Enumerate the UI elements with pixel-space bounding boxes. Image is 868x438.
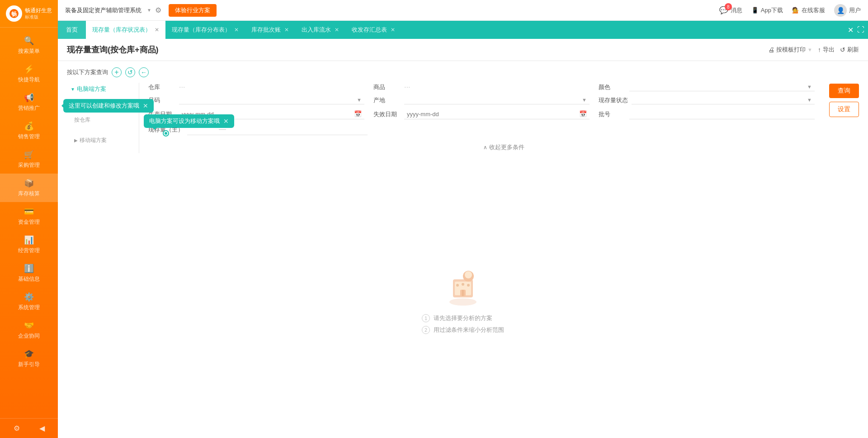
tab-summary[interactable]: 收发存汇总表 ✕: [345, 21, 401, 39]
filter-back-btn[interactable]: ←: [139, 67, 149, 77]
filter-collapse-btn[interactable]: ∧ 收起更多条件: [483, 143, 524, 151]
exp-date-input[interactable]: [407, 111, 579, 118]
exp-date-calendar-icon[interactable]: 📅: [579, 110, 587, 118]
empty-step1-text: 请先选择要分析的方案: [434, 314, 492, 322]
user-btn[interactable]: 👤 用户: [834, 4, 861, 17]
inventory-icon: 📦: [24, 178, 34, 188]
purchase-icon: 🛒: [24, 150, 34, 160]
scheme-mobile-label: 移动端方案: [80, 137, 107, 144]
filter-field-warehouse: 仓库 ···: [148, 83, 364, 91]
sidebar-item-guide[interactable]: 🎓 新手引导: [0, 344, 58, 373]
settings-bottom-btn[interactable]: ⚙: [14, 424, 20, 433]
connector-dot-wrapper: [164, 131, 168, 136]
scheme-mobile-item[interactable]: ▶ 移动端方案: [67, 135, 135, 146]
topbar: 装备及固定资产辅助管理系统 ▼ ⚙ 体验行业方案 💬 8 消息 📱 App下载 …: [58, 0, 868, 21]
sidebar-item-system[interactable]: ⚙️ 系统管理: [0, 287, 58, 316]
basic-info-icon: ℹ️: [24, 264, 34, 273]
prod-date-calendar-icon[interactable]: 📅: [354, 110, 362, 118]
sidebar-item-purchase[interactable]: 🛒 采购管理: [0, 145, 58, 174]
filter-refresh-btn[interactable]: ↺: [125, 67, 135, 77]
filter-row-3: 生产日期 📅 失效日期: [148, 109, 815, 119]
empty-state: 1 请先选择要分析的方案 2 用过滤条件来缩小分析范围: [422, 236, 504, 361]
tab-close-icon[interactable]: ✕: [234, 27, 239, 33]
tooltip2-close[interactable]: ✕: [143, 102, 148, 109]
app-download-btn[interactable]: 📱 App下载: [751, 6, 783, 14]
empty-illustration: [440, 264, 486, 309]
tooltip-scheme-mobile: 电脑方案可设为移动方案哦 ✕: [144, 114, 234, 128]
management-icon: 📊: [24, 235, 34, 245]
tab-batch-account[interactable]: 库存批次账 ✕: [245, 21, 295, 39]
tab-home[interactable]: 首页: [58, 21, 86, 39]
system-title-select[interactable]: 装备及固定资产辅助管理系统 ▼: [65, 6, 151, 14]
refresh-btn[interactable]: ↺ 刷新: [840, 46, 859, 54]
svg-text:畅: 畅: [11, 11, 17, 17]
tooltip1-close[interactable]: ✕: [223, 118, 229, 125]
batch-no-input[interactable]: [629, 109, 815, 119]
filter-add-btn[interactable]: +: [112, 67, 122, 77]
sidebar-item-sales[interactable]: 💰 销售管理: [0, 117, 58, 145]
scheme-warehouse-item[interactable]: 按仓库: [67, 114, 135, 126]
stock-status-select[interactable]: ▼: [632, 96, 815, 104]
sidebar-item-label: 经营管理: [18, 247, 40, 254]
collapse-label: 收起更多条件: [489, 143, 524, 151]
sidebar-item-inventory[interactable]: 📦 库存核算: [0, 174, 58, 202]
sidebar-item-label: 资金管理: [18, 218, 40, 226]
scheme-desktop-item[interactable]: ▼ 电脑端方案: [67, 83, 135, 95]
empty-step2-row: 2 用过滤条件来缩小分析范围: [422, 326, 504, 334]
stock-status-label: 现存量状态: [599, 96, 628, 104]
filter-label: 按以下方案查询: [67, 68, 108, 76]
exp-date-label: 失效日期: [373, 110, 401, 118]
svg-point-6: [465, 271, 472, 278]
tab-close-icon[interactable]: ✕: [335, 27, 339, 33]
tab-close-icon[interactable]: ✕: [155, 27, 159, 33]
tab-close-icon[interactable]: ✕: [391, 27, 395, 33]
sidebar-item-nav[interactable]: ⚡ 快捷导航: [0, 60, 58, 88]
tab-label: 现存量（库存分布表）: [172, 26, 231, 34]
sidebar-item-label: 采购管理: [18, 161, 40, 169]
empty-step2-num: 2: [422, 326, 430, 334]
warehouse-dots[interactable]: ···: [179, 83, 185, 91]
user-avatar: 👤: [834, 4, 847, 17]
origin-select[interactable]: ▼: [404, 96, 590, 104]
sidebar-item-finance[interactable]: 💳 资金管理: [0, 202, 58, 231]
sidebar-item-label: 系统管理: [18, 304, 40, 311]
color-select[interactable]: ▼: [629, 83, 815, 91]
search-button[interactable]: 查询: [829, 84, 859, 98]
connector-dot: [164, 131, 168, 136]
marketing-icon: 📢: [24, 93, 34, 103]
export-btn[interactable]: ↑ 导出: [818, 46, 835, 54]
size-select[interactable]: ▼: [179, 96, 364, 104]
fields-wrapper: 仓库 ··· 商品 ··· 颜色: [148, 83, 859, 140]
message-badge: 8: [725, 3, 732, 10]
tab-inventory-status[interactable]: 现存量（库存状况表） ✕: [86, 21, 165, 39]
filter-field-goods: 商品 ···: [373, 83, 590, 91]
topbar-gear-icon[interactable]: ⚙: [155, 6, 161, 14]
tab-inventory-dist[interactable]: 现存量（库存分布表） ✕: [165, 21, 245, 39]
app-download-icon: 📱: [751, 7, 759, 14]
tab-close-icon[interactable]: ✕: [284, 27, 289, 33]
tabbar-close-btn[interactable]: ✕: [848, 26, 854, 34]
sidebar-item-marketing[interactable]: 📢 营销推广: [0, 88, 58, 117]
empty-step2-text: 用过滤条件来缩小分析范围: [434, 326, 504, 334]
industry-btn[interactable]: 体验行业方案: [169, 4, 217, 17]
print-arrow: ▼: [807, 47, 812, 52]
sidebar-item-label: 新手引导: [18, 361, 40, 368]
filter-field-color: 颜色 ▼: [599, 83, 815, 91]
online-service-btn[interactable]: 💁 在线客服: [792, 6, 825, 14]
goods-dots[interactable]: ···: [404, 83, 410, 91]
reset-button[interactable]: 设置: [829, 102, 859, 117]
sidebar-item-basic-info[interactable]: ℹ️ 基础信息: [0, 259, 58, 287]
sidebar-item-cooperation[interactable]: 🤝 企业协同: [0, 316, 58, 344]
sidebar-item-search[interactable]: 🔍 搜索菜单: [0, 31, 58, 60]
exp-date-input-wrapper: 📅: [404, 109, 590, 119]
print-btn[interactable]: 🖨 按模板打印 ▼: [768, 46, 812, 54]
collapse-sidebar-btn[interactable]: ◀: [39, 424, 45, 433]
tab-home-label: 首页: [66, 26, 78, 34]
tabbar-expand-btn[interactable]: ⛶: [857, 26, 864, 34]
sidebar-item-management[interactable]: 📊 经营管理: [0, 231, 58, 259]
sidebar-item-label: 基础信息: [18, 275, 40, 283]
tab-inout-flow[interactable]: 出入库流水 ✕: [295, 21, 345, 39]
message-btn[interactable]: 💬 8 消息: [719, 6, 742, 14]
page-content: 现存量查询(按仓库+商品) 🖨 按模板打印 ▼ ↑ 导出 ↺ 刷新: [58, 39, 868, 438]
filter-field-origin: 产地 ▼: [373, 96, 590, 104]
